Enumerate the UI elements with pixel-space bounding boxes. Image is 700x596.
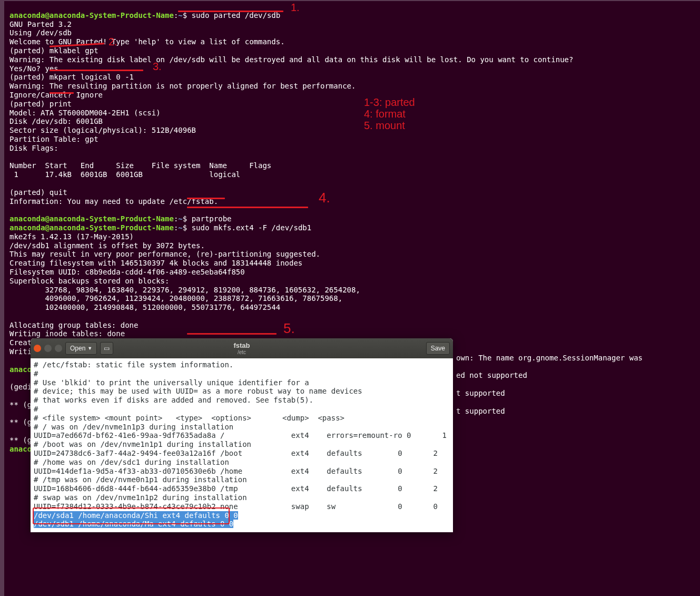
underline-annotation-partprobe (187, 198, 225, 199)
output-line: Writing inode tables: done (9, 329, 125, 338)
underline-annotation-3 (50, 70, 143, 71)
blank (9, 356, 14, 365)
annotation-4: 4. (319, 190, 330, 206)
fstab-line: # swap was on /dev/nvme1n1p2 during inst… (34, 493, 247, 502)
output-line: Warning: The existing disk label on /dev… (9, 55, 573, 64)
output-line: 102400000, 214990848, 512000000, 5507317… (9, 303, 280, 311)
parted-cmd: print (50, 100, 72, 108)
fstab-line: # /home was on /dev/sdc1 during installa… (34, 458, 229, 466)
legend-1: 1-3: parted (364, 96, 415, 109)
underline-annotation-mkfs (187, 207, 308, 208)
gedit-editor[interactable]: # /etc/fstab: static file system informa… (31, 358, 453, 532)
prompt-sigil: $ (183, 11, 187, 19)
prompt-user: anaconda@anaconda-System-Product-Name (9, 214, 174, 223)
parted-cmd: mklabel gpt (50, 46, 98, 55)
open-button-label: Open (70, 345, 85, 352)
fstab-line: # Use 'blkid' to print the universally u… (34, 378, 309, 387)
fstab-line: UUID=f7384d12-0333-4b9e-b874-c43ce79c10b… (34, 502, 438, 511)
fstab-line: # (34, 369, 38, 378)
new-tab-button[interactable]: ▭ (100, 342, 113, 355)
annotation-1: 1. (291, 1, 300, 14)
gedit-titlebar[interactable]: Open ▼ ▭ fstab /etc Save (31, 338, 453, 358)
output-line: Superblock backups stored on blocks: (9, 277, 169, 285)
output-line: 32768, 98304, 163840, 229376, 294912, 81… (9, 286, 360, 294)
window-buttons (34, 345, 62, 352)
output-line: /dev/sdb1 alignment is offset by 3072 by… (9, 241, 205, 250)
fstab-line: UUID=a7ed667d-bf62-41e6-99aa-9df7635ada8… (34, 431, 447, 439)
output-line: Number Start End Size File system Name F… (9, 161, 271, 170)
gedit-window[interactable]: Open ▼ ▭ fstab /etc Save # /etc/fstab: s… (31, 338, 453, 532)
prompt-sigil: $ (183, 223, 187, 232)
parted-cmd: mkpart logical 0 -1 (50, 73, 134, 81)
output-line: 4096000, 7962624, 11239424, 20480000, 23… (9, 294, 342, 302)
new-document-icon: ▭ (104, 345, 110, 352)
annotation-3: 3. (153, 60, 162, 73)
fstab-line: UUID=414def1a-9d5a-4f33-ab33-d07105630e6… (34, 467, 438, 475)
output-line: Model: ATA ST6000DM004-2EH1 (scsi) (9, 109, 161, 117)
output-line: mke2fs 1.42.13 (17-May-2015) (9, 232, 134, 241)
parted-prompt: (parted) (9, 100, 50, 108)
prompt-user: anaconda@anaconda-System-Product-Name (9, 223, 174, 232)
blank (9, 179, 14, 188)
output-line: Filesystem UUID: c8b9edda-cddd-4f06-a489… (9, 268, 245, 276)
parted-prompt: (parted) (9, 46, 50, 55)
prompt-path: ~ (178, 11, 182, 19)
output-line: Disk /dev/sdb: 6001GB (9, 117, 103, 125)
gedit-title-main: fstab (233, 341, 250, 349)
fstab-line: # /boot was on /dev/nvme1n1p1 during ins… (34, 440, 251, 448)
output-line: Warning: The resulting partition is not … (9, 82, 356, 90)
prompt-path: ~ (178, 223, 182, 232)
underline-annotation-print (50, 92, 74, 94)
output-line: GNU Parted 3.2 (9, 20, 72, 28)
annotation-5: 5. (283, 320, 295, 337)
output-line: Using /dev/sdb (9, 28, 72, 37)
fstab-line: # that works even if disks are added and… (34, 396, 313, 404)
fstab-line: # /etc/fstab: static file system informa… (34, 360, 233, 369)
command-3: sudo mkfs.ext4 -F /dev/sdb1 (192, 223, 312, 232)
output-line: Yes/No? yes (9, 64, 58, 73)
fstab-line: UUID=168b4606-d6d8-444f-b644-ad65359e38b… (34, 484, 438, 493)
output-line: 1 17.4kB 6001GB 6001GB logical (9, 170, 240, 179)
output-line: Creating filesystem with 1465130397 4k b… (9, 259, 302, 267)
underline-annotation-gedit (187, 333, 277, 335)
bg-output-fragment: own: The name org.gnome.SessionManager w… (456, 345, 643, 415)
blank (9, 374, 14, 382)
output-line: Partition Table: gpt (9, 135, 98, 143)
blank (9, 427, 14, 435)
fstab-line: # /tmp was on /dev/nvme0n1p1 during inst… (34, 475, 247, 484)
output-line: (gedi (9, 383, 32, 391)
fstab-line: UUID=24738dc6-3af7-44a2-9494-fee03a12a16… (34, 449, 438, 457)
blank (9, 409, 14, 418)
output-line: ** (g (9, 418, 32, 426)
maximize-icon[interactable] (55, 345, 62, 352)
blank (9, 153, 14, 161)
parted-prompt: (parted) (9, 73, 50, 81)
command-2: partprobe (192, 214, 232, 223)
save-button-label: Save (431, 345, 445, 352)
command-1: sudo parted /dev/sdb (192, 11, 281, 19)
prompt-sigil: $ (183, 214, 187, 223)
prompt-path: ~ (178, 214, 182, 223)
output-line: ** (g (9, 436, 32, 444)
close-icon[interactable] (34, 345, 41, 352)
fstab-line: # <file system> <mount point> <type> <op… (34, 414, 344, 422)
blank (9, 312, 14, 320)
legend-3: 5. mount (364, 119, 405, 132)
output-line: Sector size (logical/physical): 512B/409… (9, 126, 196, 134)
output-line: Allocating group tables: done (9, 321, 138, 329)
output-line: This may result in very poor performance… (9, 250, 320, 258)
minimize-icon[interactable] (44, 345, 52, 352)
annotation-2: 2. (109, 35, 117, 48)
open-button[interactable]: Open ▼ (65, 342, 97, 355)
output-line: Welcome to GNU Parted! Type 'help' to vi… (9, 37, 285, 46)
legend-2: 4: format (364, 108, 406, 120)
output-line: (parted) quit (9, 188, 67, 197)
fstab-line-selected: /dev/sdb1 /home/anaconda/Ma ext4 default… (34, 520, 233, 528)
prompt-user: anaconda@anaconda-System-Product-Name (9, 11, 174, 19)
save-button[interactable]: Save (426, 342, 450, 355)
chevron-down-icon: ▼ (87, 346, 92, 351)
output-line: Disk Flags: (9, 144, 58, 152)
output-line: ** (g (9, 400, 32, 409)
fstab-line: # device; this may be used with UUID= as… (34, 387, 362, 395)
blank (9, 206, 14, 214)
